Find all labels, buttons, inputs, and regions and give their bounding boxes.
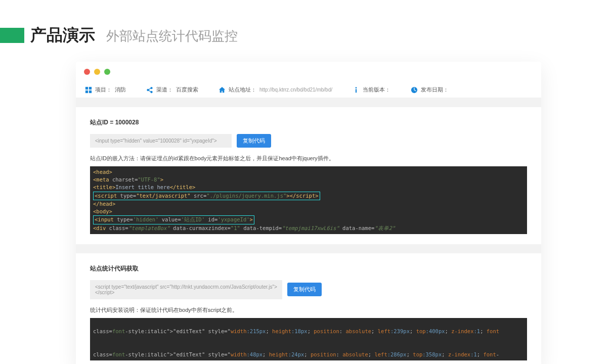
copy-button-id[interactable]: 复制代码 <box>237 134 271 148</box>
grid-icon <box>85 86 92 94</box>
maximize-dot-icon <box>104 69 110 75</box>
divider <box>76 244 541 253</box>
project-value: 消防 <box>115 86 126 94</box>
close-dot-icon <box>84 69 90 75</box>
demo-window: 项目： 消防 渠道： 百度搜索 站点地址： http://bq.ktrrz.cn… <box>76 62 541 364</box>
info-bar: 项目： 消防 渠道： 百度搜索 站点地址： http://bq.ktrrz.cn… <box>76 82 541 98</box>
window-controls <box>76 62 541 82</box>
channel-label: 渠道： <box>156 86 173 94</box>
minimize-dot-icon <box>94 69 100 75</box>
svg-rect-1 <box>89 86 92 89</box>
publish-label: 发布日期： <box>421 86 449 94</box>
home-icon <box>218 86 226 94</box>
divider <box>76 98 541 107</box>
svg-point-5 <box>150 86 152 88</box>
svg-rect-3 <box>89 90 92 93</box>
share-icon <box>146 86 153 94</box>
page-header: 产品演示 外部站点统计代码监控 <box>0 0 612 47</box>
info-version: 当前版本： <box>353 86 390 94</box>
site-url: http://bq.ktrrz.cn/bd/bd21/mb/bd/ <box>259 87 332 93</box>
svg-rect-2 <box>85 90 88 93</box>
input-row-stat: <script type="text/javascript" src="http… <box>90 280 527 299</box>
code-block-id: <head> <meta charset="UTF-8"> <title>Ins… <box>90 166 527 234</box>
svg-point-6 <box>150 90 152 93</box>
stat-code-input[interactable]: <script type="text/javascript" src="http… <box>90 280 282 299</box>
site-id-code-input[interactable]: <input type="hidden" value="1000028" id=… <box>90 134 232 148</box>
info-site: 站点地址： http://bq.ktrrz.cn/bd/bd21/mb/bd/ <box>218 86 332 94</box>
section-stat-code: 站点统计代码获取 <script type="text/javascript" … <box>76 253 541 364</box>
version-label: 当前版本： <box>363 86 390 94</box>
code-block-stat: class=font-style:italic">"editText" styl… <box>90 318 527 360</box>
info-channel: 渠道： 百度搜索 <box>146 86 198 94</box>
clock-icon <box>411 86 418 94</box>
stat-code-desc: 统计代码安装说明：保证统计代码在body中所有script之前。 <box>90 306 527 314</box>
info-icon <box>353 86 360 94</box>
project-label: 项目： <box>95 86 112 94</box>
info-publish: 发布日期： <box>411 86 449 94</box>
copy-button-stat[interactable]: 复制代码 <box>287 283 322 296</box>
input-row-id: <input type="hidden" value="1000028" id=… <box>90 134 527 148</box>
channel-value: 百度搜索 <box>176 86 198 94</box>
svg-rect-0 <box>85 86 88 89</box>
page-title: 产品演示 <box>30 24 95 47</box>
page-subtitle: 外部站点统计代码监控 <box>106 27 238 45</box>
svg-point-7 <box>356 87 357 88</box>
section-title-id: 站点ID = 1000028 <box>90 118 527 127</box>
info-project: 项目： 消防 <box>85 86 126 94</box>
accent-bar <box>0 28 24 43</box>
site-id-desc: 站点ID的嵌入方法：请保证埋点的id紧跟在body元素开始标签之后，并且保证he… <box>90 155 527 162</box>
site-label: 站点地址： <box>229 86 256 94</box>
svg-rect-8 <box>356 89 357 93</box>
section-title-stat: 站点统计代码获取 <box>90 264 527 273</box>
section-site-id: 站点ID = 1000028 <input type="hidden" valu… <box>76 107 541 244</box>
